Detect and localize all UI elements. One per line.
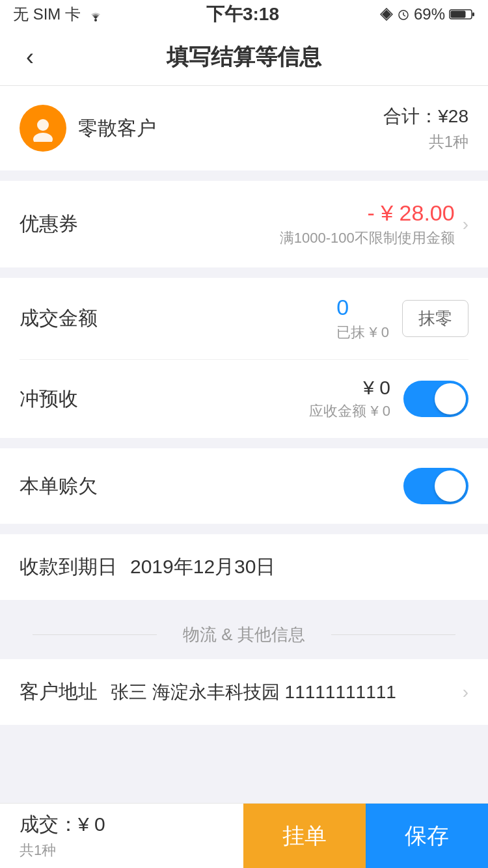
alarm-icon: [397, 8, 410, 21]
svg-rect-7: [472, 12, 474, 16]
debt-toggle-circle: [435, 470, 466, 502]
transaction-section: 成交金额 0 已抹 ¥ 0 抹零 冲预收 ¥ 0 应收金额 ¥ 0: [0, 278, 488, 438]
bottom-count: 共1种: [20, 841, 224, 860]
status-left: 无 SIM 卡: [13, 4, 105, 25]
status-bar: 无 SIM 卡 下午3:18 69%: [0, 0, 488, 29]
debt-label: 本单赊欠: [20, 473, 98, 500]
address-chevron-icon: ›: [463, 682, 468, 703]
coupon-row[interactable]: 优惠券 - ¥ 28.00 满1000-100不限制使用金额 ›: [0, 181, 488, 267]
address-value: 张三 海淀永丰科技园 11111111111: [111, 680, 463, 705]
prepay-right: ¥ 0 应收金额 ¥ 0: [309, 377, 468, 421]
customer-right: 合计：¥28 共1种: [383, 104, 468, 152]
deal-amount-row: 成交金额 0 已抹 ¥ 0 抹零: [20, 278, 468, 360]
coupon-label: 优惠券: [20, 211, 78, 237]
deal-amount-sub: 已抹 ¥ 0: [336, 323, 389, 342]
svg-point-10: [33, 133, 53, 142]
status-time: 下午3:18: [206, 2, 279, 27]
divider-line-left: [33, 634, 157, 635]
coupon-chevron-icon: ›: [463, 214, 468, 235]
duedate-label: 收款到期日: [20, 554, 117, 580]
customer-avatar: [20, 105, 66, 152]
status-right: 69%: [380, 5, 475, 23]
customer-total: 合计：¥28: [383, 104, 468, 129]
duedate-row: 收款到期日 2019年12月30日: [0, 534, 488, 600]
bottom-deal-prefix: 成交：: [20, 813, 78, 835]
bottom-info: 成交：¥ 0 共1种: [0, 804, 243, 868]
deal-amount-value: 0: [336, 295, 389, 320]
coupon-desc: 满1000-100不限制使用金额: [280, 228, 455, 248]
address-row[interactable]: 客户地址 张三 海淀永丰科技园 11111111111 ›: [0, 659, 488, 725]
logistics-divider: 物流 & 其他信息: [0, 610, 488, 659]
bottom-deal-value: ¥ 0: [78, 813, 105, 835]
deal-amount-label: 成交金额: [20, 305, 98, 332]
prepay-amount: ¥ 0: [309, 377, 390, 399]
avatar-icon: [29, 115, 57, 142]
address-label: 客户地址: [20, 679, 98, 705]
back-button[interactable]: ‹: [20, 37, 40, 77]
hang-button[interactable]: 挂单: [243, 804, 366, 868]
toggle-circle: [435, 383, 466, 414]
prepay-row: 冲预收 ¥ 0 应收金额 ¥ 0: [20, 360, 468, 438]
page-title: 填写结算等信息: [167, 42, 321, 72]
battery-percent: 69%: [414, 5, 445, 23]
duedate-value: 2019年12月30日: [130, 554, 275, 580]
customer-count: 共1种: [383, 131, 468, 152]
divider-line-right: [331, 634, 455, 635]
prepay-label: 冲预收: [20, 386, 78, 413]
prepay-sub: 应收金额 ¥ 0: [309, 401, 390, 421]
bottom-spacer: [0, 735, 488, 813]
wifi-icon: [86, 7, 105, 21]
svg-rect-8: [450, 11, 465, 18]
debt-row: 本单赊欠: [20, 448, 468, 524]
debt-toggle[interactable]: [403, 468, 468, 504]
save-button[interactable]: 保存: [366, 804, 488, 868]
customer-info: 零散客户: [20, 105, 156, 152]
location-icon: [380, 8, 393, 21]
nav-bar: ‹ 填写结算等信息: [0, 29, 488, 86]
prepay-toggle[interactable]: [403, 381, 468, 417]
round-zero-button[interactable]: 抹零: [402, 300, 468, 337]
deal-amount-right: 0 已抹 ¥ 0 抹零: [336, 295, 468, 342]
customer-row: 零散客户 合计：¥28 共1种: [0, 86, 488, 170]
debt-section: 本单赊欠: [0, 448, 488, 524]
logistics-label: 物流 & 其他信息: [183, 623, 305, 646]
svg-point-9: [37, 119, 49, 131]
coupon-amount: - ¥ 28.00: [280, 200, 455, 226]
svg-line-5: [403, 15, 405, 16]
svg-point-0: [94, 19, 97, 21]
bottom-deal-amount: 成交：¥ 0: [20, 811, 224, 838]
bottom-bar: 成交：¥ 0 共1种 挂单 保存: [0, 803, 488, 868]
battery-icon: [449, 8, 475, 21]
customer-name: 零散客户: [78, 115, 156, 142]
sim-indicator: 无 SIM 卡: [13, 4, 81, 25]
